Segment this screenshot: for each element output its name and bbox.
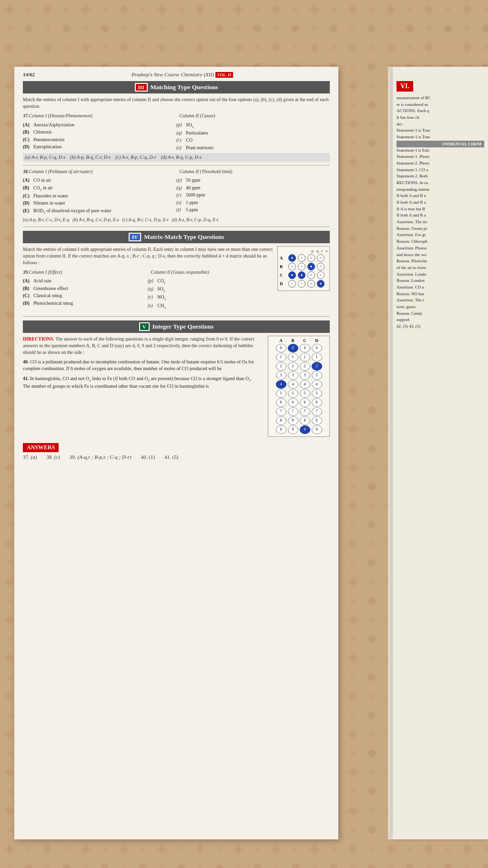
int-row-3: 3333: [270, 371, 327, 380]
q38-p: (p) 50 ppm: [176, 177, 330, 184]
q37-b: (B) Chlorosis: [23, 129, 176, 136]
q38-q: (q) 40 ppm: [176, 185, 330, 192]
int-bubble-B-9: 9: [288, 425, 298, 434]
int-bubble-B-6: 6: [288, 398, 298, 407]
q37-headers: 37. Column I (Disease/Phenomenon) Column…: [23, 113, 330, 120]
book-title: Pradeep's New Course Chemistry (XII) VOL…: [35, 72, 330, 77]
q39-col2: (p) CO2 (q) SO2 (r) NO2 (s): [148, 277, 273, 310]
q38-d: (D) Nitrates in water: [23, 200, 176, 207]
answer-37: 37. (a): [23, 454, 37, 460]
bubble-A-q: ○: [298, 254, 305, 262]
section4-num: IV: [129, 233, 141, 241]
section3-num: III: [135, 83, 148, 92]
right-item-9: Statement-1. Photo: [396, 154, 484, 160]
q39-col1-header: Column I (Effect): [29, 269, 151, 276]
answers-row: 37. (a) 38. (c) 39. (A-q,r ; B-p,s ; C-q…: [23, 454, 330, 460]
bubble-C-s: ○: [317, 271, 325, 279]
q38-b: (B) CO2 in air: [23, 185, 176, 192]
int-bubble-C-7: 7: [300, 407, 310, 416]
section5-directions: DIRECTIONS. The answer to each of the fo…: [23, 336, 259, 356]
int-bubble-A-5: 5: [276, 389, 286, 398]
q37-c: (C) Pneumoconiosis: [23, 136, 176, 144]
int-bubble-D-8: 8: [312, 416, 322, 425]
right-item-0: measurement of BC: [396, 95, 484, 101]
q38-s: (s) 1 ppm: [176, 199, 330, 207]
right-item-34: support.: [396, 317, 484, 323]
q39-headers: 39. Column I (Effect) Column II (Gases r…: [23, 269, 273, 276]
bubble-row-A: A ● ○ ○ ○: [280, 254, 327, 262]
right-item-23: Assertion. Photoc: [396, 246, 484, 251]
int-bubble-B-3: 3: [288, 371, 298, 380]
int-bubble-C-0: 0: [300, 344, 310, 352]
book-page: 14/62 Pradeep's New Course Chemistry (XI…: [14, 67, 338, 839]
q38-a: (A) CO in air: [23, 177, 176, 184]
right-item-32: toxic gases.: [396, 304, 484, 310]
right-item-19: Assertion. The ter: [396, 219, 484, 225]
bubble-B-r: ●: [307, 263, 315, 270]
section4-title: Matrix-Match Type Questions: [144, 233, 224, 241]
q39-col1: (A) Acid rain (B) Greenhouse effect (C) …: [23, 277, 148, 310]
int-row-0: 0000: [270, 344, 327, 352]
int-bubble-C-1: 1: [300, 353, 310, 362]
q37-options-row: (A) Anoxia/Asphyxiation (B) Chlorosis (C…: [23, 121, 330, 152]
q37-a: (A) Anoxia/Asphyxiation: [23, 122, 176, 129]
int-bubble-B-8: 8: [288, 416, 298, 425]
int-bubble-A-8: 8: [276, 416, 286, 425]
right-item-1: re is considered as: [396, 102, 484, 108]
q37-col2: (p) SO2 (q) Particulates (r) CO (s) Plan…: [176, 121, 330, 152]
bubble-grid: p q r s A ● ○ ○ ○ B ○ ○ ●: [277, 246, 330, 291]
q41-text: In haemoglobin, CO and not O2 links to F…: [23, 376, 252, 389]
bubble-row-D: D ○ ○ ○ ●: [280, 280, 327, 288]
int-bubble-B-4: 4: [288, 380, 298, 389]
q39-number: 39.: [23, 269, 29, 276]
int-row-6: 6666: [270, 398, 327, 407]
int-bubble-C-3: 3: [300, 371, 310, 380]
q37-d: (D) Eutrophication: [23, 144, 176, 151]
int-bubble-D-6: 6: [312, 398, 322, 407]
answer-40: 40. (1): [141, 454, 155, 460]
int-bubble-A-1: 1: [276, 353, 286, 362]
answers-label: ANSWERS: [23, 443, 59, 452]
q37-s: (s) Plant nutrients: [176, 145, 330, 152]
int-row-7: 7777: [270, 407, 327, 416]
right-item-8: Statement-1 is Fals: [396, 148, 484, 154]
right-item-21: Assertion. For gr: [396, 232, 484, 238]
q39-r: (r) NO2: [148, 294, 273, 301]
answer-41: 41. (5): [164, 454, 178, 460]
integer-bubble-grid: A B C D 00001111222233334444555566667777…: [268, 336, 330, 437]
bubble-row-B: B ○ ○ ● ○: [280, 263, 327, 270]
divider-3: [23, 316, 330, 317]
q39-p: (p) CO2: [148, 278, 273, 285]
q39-q: (q) SO2: [148, 286, 273, 293]
int-bubble-D-3: 3: [312, 371, 322, 380]
q37-p: (p) SO2: [176, 122, 330, 129]
int-bubble-B-0: 0: [288, 344, 298, 352]
int-bubble-A-4: 4: [276, 380, 286, 389]
section5-content: DIRECTIONS. The answer to each of the fo…: [23, 336, 330, 437]
question-41: 41. In haemoglobin, CO and not O2 links …: [23, 375, 259, 390]
bubble-A-s: ○: [317, 254, 325, 262]
int-bubble-A-9: 9: [276, 425, 286, 434]
section4-directions: Match the entries of column I with appro…: [23, 246, 273, 266]
answer-38: 38. (c): [46, 454, 60, 460]
right-item-20: Reason. Ozone pr: [396, 226, 484, 232]
right-item-5: Statement-1 is True: [396, 128, 484, 134]
right-item-3: It has four ch: [396, 115, 484, 121]
bubble-C-q: ●: [298, 271, 305, 279]
right-item-28: Reason. London: [396, 278, 484, 284]
q40-text: CO is a pollutant produced due to incomp…: [23, 359, 254, 372]
q37-number: 37.: [23, 113, 29, 120]
int-row-1: 1111: [270, 353, 327, 362]
int-bubble-D-1: 1: [312, 353, 322, 362]
q38-r: (r) 5000 ppm: [176, 192, 330, 199]
vi-badge: VI.: [396, 81, 413, 92]
q38-headers: 38. Column I (Pollutant of air/water) Co…: [23, 168, 330, 176]
right-item-13: RECTIONS. In ea: [396, 180, 484, 186]
right-items-container: measurement of BCre is considered asACTI…: [396, 95, 484, 330]
int-bubble-B-2: 2: [288, 362, 298, 371]
section5-header: V Integer Type Questions: [23, 320, 330, 333]
int-bubble-B-7: 7: [288, 407, 298, 416]
int-bubble-B-1: 1: [288, 353, 298, 362]
right-item-10: Statement-2. Photo: [396, 161, 484, 166]
bubble-grid-header: p q r s: [280, 248, 327, 253]
